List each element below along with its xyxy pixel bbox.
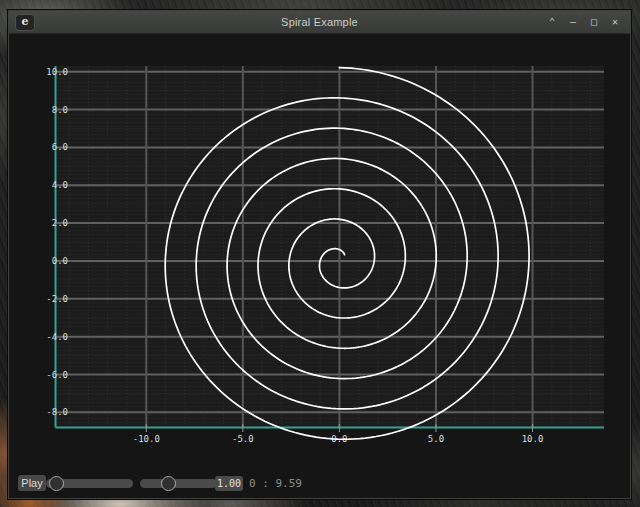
maximize-icon[interactable]: □ [587, 15, 601, 29]
y-tick-label: -4.0 [46, 332, 68, 342]
plot-texture [56, 66, 605, 428]
y-tick-label: -6.0 [46, 370, 68, 380]
y-tick-label: -2.0 [46, 294, 68, 304]
shade-icon[interactable]: ⌃ [545, 15, 559, 29]
x-tick-label: 5.0 [428, 434, 444, 444]
window-titlebar[interactable]: e Spiral Example ⌃ — □ ✕ [9, 11, 630, 34]
y-tick-label: 0.0 [52, 256, 68, 266]
y-tick-label: 6.0 [52, 142, 68, 152]
x-tick-label: -5.0 [232, 434, 254, 444]
y-tick-label: -8.0 [46, 407, 68, 417]
time-range-label: 0 : 9.59 [249, 476, 302, 491]
y-tick-label: 8.0 [52, 105, 68, 115]
y-tick-label: 10.0 [46, 67, 68, 77]
x-tick-label: -10.0 [133, 434, 160, 444]
window-title: Spiral Example [9, 11, 630, 33]
x-tick-label: 10.0 [522, 434, 544, 444]
y-tick-label: 2.0 [52, 218, 68, 228]
desktop-background: e Spiral Example ⌃ — □ ✕ -10.0-5.00.05.0… [0, 0, 640, 507]
spiral-plot[interactable]: -10.0-5.00.05.010.010.08.06.04.02.00.0-2… [38, 58, 616, 450]
y-tick-label: 4.0 [52, 180, 68, 190]
minimize-icon[interactable]: — [566, 15, 580, 29]
window-controls: ⌃ — □ ✕ [545, 11, 622, 33]
speed-slider-handle[interactable] [49, 476, 64, 491]
close-icon[interactable]: ✕ [608, 15, 622, 29]
speed-value[interactable]: 1.00 [215, 476, 243, 491]
play-button[interactable]: Play [18, 475, 46, 491]
time-slider-handle[interactable] [161, 476, 176, 491]
app-window: e Spiral Example ⌃ — □ ✕ -10.0-5.00.05.0… [8, 10, 631, 499]
time-slider-track[interactable] [140, 479, 217, 488]
